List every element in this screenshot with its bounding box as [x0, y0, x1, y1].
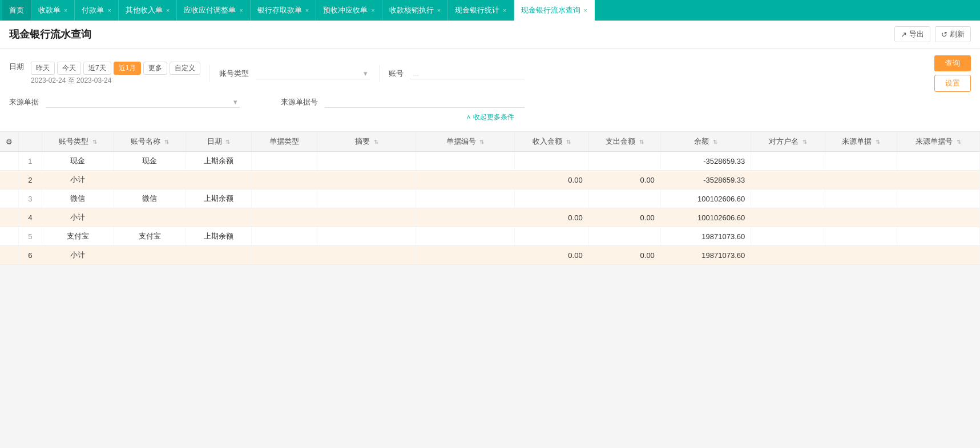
- export-button[interactable]: ↗ 导出: [894, 26, 930, 42]
- close-icon[interactable]: ×: [107, 7, 111, 14]
- th-no: [19, 132, 42, 152]
- cell-summary: [317, 227, 416, 246]
- refresh-icon: ↺: [941, 30, 947, 39]
- cell-accounttype: 小计: [42, 208, 114, 227]
- collapse-bar[interactable]: ∧ 收起更多条件: [9, 110, 971, 124]
- th-gear[interactable]: ⚙: [0, 132, 19, 152]
- source-bill-no-input[interactable]: [325, 96, 525, 108]
- cell-accounttype: 支付宝: [42, 227, 114, 246]
- th-income[interactable]: 收入金额 ⇅: [515, 132, 589, 152]
- th-expense[interactable]: 支出金额 ⇅: [588, 132, 660, 152]
- table-body: 1现金现金上期余额-3528659.332小计0.000.00-3528659.…: [0, 152, 980, 265]
- nav-tab-prepay[interactable]: 预收冲应收单 ×: [316, 0, 382, 21]
- account-type-select[interactable]: ▾: [256, 68, 370, 79]
- nav-tab-receipt[interactable]: 收款单 ×: [31, 0, 75, 21]
- query-button[interactable]: 查询: [934, 55, 971, 71]
- date-btn-today[interactable]: 今天: [57, 62, 81, 75]
- table-row[interactable]: 1现金现金上期余额-3528659.33: [0, 152, 980, 171]
- source-bill-select[interactable]: ▾: [46, 96, 240, 108]
- cell-counterpart: [751, 246, 825, 265]
- cell-billtype: [252, 227, 317, 246]
- date-btn-custom[interactable]: 自定义: [170, 62, 200, 75]
- cell-accountname: [114, 208, 185, 227]
- cell-income: [515, 189, 589, 208]
- source-bill-no-filter: 来源单据号: [281, 96, 525, 108]
- th-summary[interactable]: 摘要 ⇅: [317, 132, 416, 152]
- th-srcbill[interactable]: 来源单据 ⇅: [825, 132, 897, 152]
- close-icon[interactable]: ×: [305, 7, 309, 14]
- th-billtype: 单据类型: [252, 132, 317, 152]
- th-srcbillno[interactable]: 来源单据号 ⇅: [897, 132, 980, 152]
- refresh-label: 刷新: [950, 29, 965, 39]
- nav-tab-stats[interactable]: 现金银行统计 ×: [448, 0, 514, 21]
- cell-srcbillno: [897, 189, 980, 208]
- cell-accountname: 现金: [114, 152, 185, 171]
- cell-balance: 19871073.60: [660, 246, 751, 265]
- close-icon[interactable]: ×: [64, 7, 67, 14]
- sort-icon: ⇅: [802, 139, 807, 145]
- page-header: 现金银行流水查询 ↗ 导出 ↺ 刷新: [0, 21, 980, 49]
- table-row[interactable]: 4小计0.000.00100102606.60: [0, 208, 980, 227]
- account-input[interactable]: ...: [410, 68, 525, 79]
- cell-billno: [416, 189, 515, 208]
- date-btn-more[interactable]: 更多: [143, 62, 167, 75]
- close-icon[interactable]: ×: [371, 7, 374, 14]
- nav-tab-home-label: 首页: [9, 5, 24, 15]
- nav-tab-adjustment[interactable]: 应收应付调整单 ×: [177, 0, 250, 21]
- account-label: 账号: [389, 68, 404, 79]
- date-btn-yesterday[interactable]: 昨天: [31, 62, 55, 75]
- th-billno[interactable]: 单据编号 ⇅: [416, 132, 515, 152]
- nav-tab-bank-deposit[interactable]: 银行存取款单 ×: [251, 0, 316, 21]
- cell-expense: [588, 227, 660, 246]
- date-btn-1month[interactable]: 近1月: [114, 62, 142, 75]
- close-icon[interactable]: ×: [584, 7, 587, 14]
- nav-tab-payment[interactable]: 付款单 ×: [75, 0, 118, 21]
- cell-srcbillno: [897, 208, 980, 227]
- cell-balance: 19871073.60: [660, 227, 751, 246]
- close-icon[interactable]: ×: [503, 7, 506, 14]
- th-accountname[interactable]: 账号名称 ⇅: [114, 132, 185, 152]
- account-type-filter: 账号类型 ▾: [219, 68, 370, 79]
- cell-balance: -3528659.33: [660, 171, 751, 189]
- cell-srcbillno: [897, 246, 980, 265]
- settings-button[interactable]: 设置: [934, 75, 971, 92]
- date-btn-7days[interactable]: 近7天: [83, 62, 111, 75]
- cell-accounttype: 小计: [42, 246, 114, 265]
- table-row[interactable]: 6小计0.000.0019871073.60: [0, 246, 980, 265]
- cell-accountname: [114, 171, 185, 189]
- table-row[interactable]: 3微信微信上期余额100102606.60: [0, 189, 980, 208]
- nav-tab-adjustment-label: 应收应付调整单: [184, 5, 236, 15]
- refresh-button[interactable]: ↺ 刷新: [935, 26, 971, 42]
- th-date[interactable]: 日期 ⇅: [186, 132, 252, 152]
- nav-tab-receipt-label: 收款单: [38, 5, 61, 15]
- th-balance[interactable]: 余额 ⇅: [660, 132, 751, 152]
- close-icon[interactable]: ×: [437, 7, 441, 14]
- close-icon[interactable]: ×: [239, 7, 243, 14]
- nav-tab-verify[interactable]: 收款核销执行 ×: [382, 0, 448, 21]
- th-counterpart[interactable]: 对方户名 ⇅: [751, 132, 825, 152]
- close-icon[interactable]: ×: [166, 7, 170, 14]
- account-type-label: 账号类型: [219, 68, 249, 79]
- sort-icon: ⇅: [639, 139, 644, 145]
- cell-gear: [0, 171, 19, 189]
- nav-tab-other-income[interactable]: 其他收入单 ×: [119, 0, 177, 21]
- source-bill-label: 来源单据: [9, 97, 39, 107]
- cell-srcbill: [825, 152, 897, 171]
- cell-expense: 0.00: [588, 171, 660, 189]
- filter-area: 日期 昨天 今天 近7天 近1月 更多 自定义 2023-02-24 至 202…: [0, 49, 980, 132]
- sort-icon: ⇅: [957, 139, 961, 145]
- cell-gear: [0, 227, 19, 246]
- th-accounttype[interactable]: 账号类型 ⇅: [42, 132, 114, 152]
- cell-accounttype: 现金: [42, 152, 114, 171]
- cell-date: [186, 171, 252, 189]
- sort-icon: ⇅: [374, 139, 378, 145]
- cell-srcbill: [825, 208, 897, 227]
- nav-tab-cashflow[interactable]: 现金银行流水查询 ×: [514, 0, 595, 21]
- cell-srcbill: [825, 227, 897, 246]
- cell-summary: [317, 189, 416, 208]
- nav-tab-stats-label: 现金银行统计: [455, 5, 499, 15]
- cell-accountname: 微信: [114, 189, 185, 208]
- table-row[interactable]: 5支付宝支付宝上期余额19871073.60: [0, 227, 980, 246]
- table-row[interactable]: 2小计0.000.00-3528659.33: [0, 171, 980, 189]
- nav-tab-home[interactable]: 首页: [2, 0, 31, 21]
